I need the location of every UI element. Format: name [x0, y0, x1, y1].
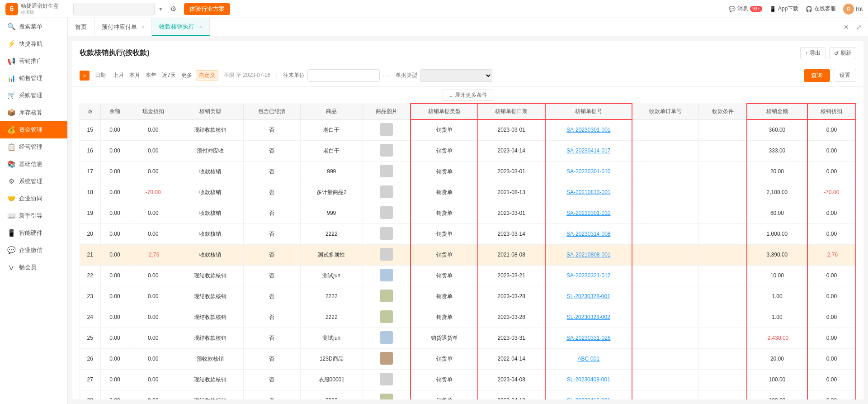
sidebar-item-3[interactable]: 📊销售管理 — [0, 70, 67, 87]
cell-product: 999 — [300, 203, 363, 223]
cell-product: 测试jun — [300, 265, 363, 286]
filter-expand-btn[interactable]: » — [80, 71, 90, 81]
cell-order-no — [632, 161, 699, 182]
cell-cash-discount: 0.00 — [129, 119, 177, 140]
cell-num: 16 — [80, 140, 101, 161]
sidebar-item-10[interactable]: 🤝企业协同 — [0, 190, 67, 207]
cell-order-no — [632, 328, 699, 348]
cell-img — [363, 348, 410, 369]
tab2-close-icon[interactable]: × — [199, 24, 202, 29]
custom-date-btn[interactable]: 自定义 — [196, 70, 218, 81]
cell-product: 2222 — [300, 307, 363, 328]
cell-verify-type: 现结收款核销 — [177, 286, 243, 307]
sidebar-label-1: 快捷导航 — [19, 40, 42, 48]
refresh-btn[interactable]: ↺ 刷新 — [829, 47, 856, 59]
cell-verify-discount: -70.00 — [807, 182, 856, 203]
messages-badge: 99+ — [750, 6, 762, 12]
messages-btn[interactable]: 💬 消息 99+ — [729, 5, 762, 13]
cell-order-no — [632, 182, 699, 203]
th-product: 商品 — [300, 104, 363, 119]
filter-settings-btn[interactable]: 设置 — [834, 69, 856, 82]
partner-input[interactable] — [307, 69, 380, 82]
sidebar-item-6[interactable]: 💰资金管理 — [0, 121, 67, 138]
cell-doc-date: 2023-04-18 — [478, 390, 545, 399]
sidebar-item-1[interactable]: ⚡快捷导航 — [0, 35, 67, 52]
last-month-btn[interactable]: 上月 — [111, 71, 126, 80]
user-menu[interactable]: R Rit — [843, 4, 863, 14]
sidebar-item-5[interactable]: 📦库存核算 — [0, 104, 67, 121]
sidebar-item-0[interactable]: 🔍搜索菜单 — [0, 18, 67, 35]
cell-num: 15 — [80, 119, 101, 140]
query-btn[interactable]: 查询 — [804, 69, 830, 82]
sidebar-item-4[interactable]: 🛒采购管理 — [0, 87, 67, 104]
cell-verify-type: 收款核销 — [177, 161, 243, 182]
sidebar-item-7[interactable]: 📋经营管理 — [0, 138, 67, 156]
maximize-btn[interactable]: ⤢ — [854, 22, 864, 33]
cell-cash-discount: 0.00 — [129, 286, 177, 307]
refresh-icon: ↺ — [834, 50, 839, 57]
sidebar-item-2[interactable]: 📢营销推广 — [0, 52, 67, 70]
th-settings[interactable]: ⚙ — [80, 104, 101, 119]
voucher-type-group: 单据类型 — [396, 69, 492, 82]
search-input[interactable] — [73, 3, 155, 15]
cell-doc-no: SA-20210813-001 — [545, 182, 632, 203]
sidebar-item-9[interactable]: ⚙系统管理 — [0, 173, 67, 190]
tab-verify[interactable]: 收款核销执行 × — [152, 18, 209, 36]
sidebar-item-14[interactable]: V畅会员 — [0, 259, 67, 276]
cell-verify-discount: 0.00 — [807, 286, 856, 307]
cell-order-no — [632, 244, 699, 265]
app-download-btn[interactable]: 📱 App下载 — [769, 5, 798, 13]
page-actions: ↑ 导出 ↺ 刷新 — [800, 47, 856, 59]
cell-verify-type: 收款核销 — [177, 223, 243, 244]
avatar: R — [843, 4, 854, 14]
expand-conditions-btn[interactable]: ⌄ 展开更多条件 — [443, 90, 493, 101]
table-wrapper: ⚙ 余额 现金折扣 核销类型 包含已结清 商品 商品图片 核销单据类型 核销单据… — [72, 103, 863, 399]
tab1-close-icon[interactable]: × — [142, 24, 144, 30]
cell-cash-discount: -70.00 — [129, 182, 177, 203]
export-btn[interactable]: ↑ 导出 — [800, 47, 826, 59]
cell-included: 否 — [243, 328, 300, 348]
table-row: 23 0.00 0.00 现结收款核销 否 2222 销货单 2023-03-2… — [80, 286, 856, 307]
cell-num: 21 — [80, 244, 101, 265]
sidebar-item-8[interactable]: 📚基础信息 — [0, 156, 67, 173]
sidebar-icon-3: 📊 — [7, 74, 15, 82]
online-service-btn[interactable]: 🎧 在线客服 — [806, 5, 836, 13]
cell-cash-discount: 0.00 — [129, 203, 177, 223]
cell-doc-type: 销货单 — [410, 140, 478, 161]
cell-verify-type: 现结收款核销 — [177, 328, 243, 348]
sidebar-label-5: 库存核算 — [19, 109, 42, 117]
tab-prepay[interactable]: 预付冲应付单 × — [94, 18, 152, 36]
voucher-type-select[interactable] — [420, 69, 492, 82]
this-year-btn[interactable]: 本年 — [144, 71, 158, 80]
cell-doc-type: 销货单 — [410, 307, 478, 328]
industry-btn[interactable]: 体验行业方案 — [184, 3, 230, 15]
cell-verify-type: 现结收款核销 — [177, 369, 243, 390]
tab-home[interactable]: 首页 — [68, 18, 94, 36]
cell-verify-type: 现结收款核销 — [177, 307, 243, 328]
cell-included: 否 — [243, 265, 300, 286]
page-header: 收款核销执行(按收款) ↑ 导出 ↺ 刷新 — [72, 41, 863, 64]
this-month-btn[interactable]: 本月 — [127, 71, 142, 80]
table-row: 24 0.00 0.00 现结收款核销 否 2222 销货单 2023-03-2… — [80, 307, 856, 328]
cell-doc-type: 销货单 — [410, 119, 478, 140]
cell-verify-discount: 0.00 — [807, 161, 856, 182]
sidebar-item-13[interactable]: 💬企业微信 — [0, 242, 67, 259]
sidebar-item-12[interactable]: 📱智能硬件 — [0, 224, 67, 242]
sidebar-item-11[interactable]: 📖新手引导 — [0, 207, 67, 224]
settings-icon[interactable]: ⚙ — [167, 3, 179, 15]
last-7-days-btn[interactable]: 近7天 — [160, 71, 178, 80]
cell-doc-no: SA-20230321-012 — [545, 265, 632, 286]
partner-dots[interactable]: ··· — [382, 72, 390, 79]
cell-order-no — [632, 203, 699, 223]
cell-product: 123D商品 — [300, 348, 363, 369]
dropdown-icon[interactable]: ▾ — [159, 5, 162, 12]
cell-doc-date: 2021-08-08 — [478, 244, 545, 265]
more-date-btn[interactable]: 更多 — [179, 71, 194, 80]
logo-icon: 6 — [5, 3, 18, 15]
cell-verify-discount: 0.00 — [807, 223, 856, 244]
cell-payment-terms — [699, 140, 747, 161]
close-window-btn[interactable]: ✕ — [841, 22, 852, 33]
cell-order-no — [632, 307, 699, 328]
cell-payment-terms — [699, 244, 747, 265]
th-included: 包含已结清 — [243, 104, 300, 119]
